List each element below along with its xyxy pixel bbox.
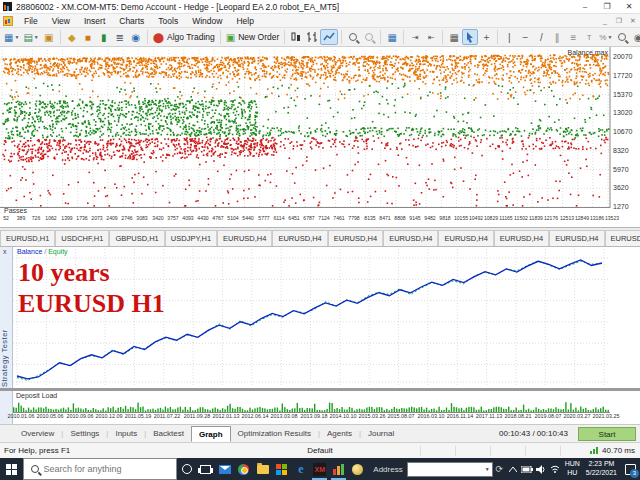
search-input[interactable] [44, 464, 177, 474]
symbol-tab[interactable]: GBPUSD,H1 [109, 230, 164, 246]
market-watch-button[interactable]: ■ [80, 29, 96, 45]
clock[interactable]: 2:23 PM5/22/2021 [583, 460, 620, 478]
trendline-tool[interactable]: / [533, 29, 549, 45]
tester-tab-graph[interactable]: Graph [191, 426, 231, 442]
chrome-icon[interactable] [234, 458, 253, 480]
tester-tab-journal[interactable]: Journal [361, 426, 401, 442]
grid-button[interactable]: ▦ [446, 29, 462, 45]
crosshair-tool-button[interactable]: ＋ [478, 29, 494, 45]
tester-close-icon[interactable]: x [3, 248, 7, 255]
chart-shift-button[interactable]: ⇥ [407, 29, 423, 45]
language-indicator[interactable]: HUNHU [562, 460, 583, 478]
mail-icon[interactable] [215, 458, 234, 480]
symbol-tab[interactable]: EURUSD,H1 [0, 230, 55, 246]
candlestick-chart-button[interactable] [288, 29, 304, 45]
tray-chevron-icon[interactable] [506, 458, 520, 480]
tester-tab-overview[interactable]: Overview [14, 426, 61, 442]
symbol-tab[interactable]: EURUSD,H4 [438, 230, 493, 246]
taskbar-search[interactable] [23, 458, 178, 480]
symbol-tab[interactable]: USDCHF,H1 [55, 230, 109, 246]
symbol-tab[interactable]: EURUSD,H4 [549, 230, 604, 246]
navigator-button[interactable]: ≣ [112, 29, 128, 45]
fibonacci-tool[interactable]: ≡ [565, 29, 581, 45]
new-order-button[interactable]: ▣New Order [224, 29, 282, 45]
store-icon[interactable] [272, 458, 291, 480]
windows-logo-icon [6, 464, 17, 475]
tile-windows-button[interactable]: ▦ [384, 29, 400, 45]
zoom-out-icon[interactable] [361, 29, 377, 45]
mql5-icon[interactable] [348, 458, 367, 480]
notification-center-icon[interactable]: 3 [620, 458, 640, 480]
profile-name: Default [307, 446, 332, 455]
task-view-icon[interactable] [196, 458, 215, 480]
start-button[interactable]: Start [578, 427, 636, 441]
edge-icon[interactable]: e [291, 458, 310, 480]
symbol-tab[interactable]: EURUSD,H4 [494, 230, 549, 246]
terminal-button[interactable]: ◉ [128, 29, 144, 45]
symbol-tab[interactable]: EURUSD,H4 [272, 230, 327, 246]
mt5-taskbar-icon[interactable] [329, 458, 348, 480]
scatter-xtick: 2746 [122, 215, 133, 221]
symbol-tab[interactable]: EURUSD,H4 [383, 230, 438, 246]
menu-file[interactable]: File [17, 14, 45, 28]
symbol-tab[interactable]: USDJPY,H1 [165, 230, 217, 246]
scatter-xtick: 8135 [364, 215, 375, 221]
date-label: 2010.01.06 [7, 413, 34, 419]
mdi-close-button[interactable]: ✕ [626, 17, 640, 25]
speaker-icon[interactable] [534, 458, 548, 480]
objects-dropdown[interactable]: %▼ [597, 29, 614, 45]
symbol-tab[interactable]: EURUSD,H4 [217, 230, 272, 246]
history-center-button[interactable]: ▣ [41, 29, 57, 45]
tester-tab-optimization-results[interactable]: Optimization Results [231, 426, 318, 442]
menu-charts[interactable]: Charts [112, 14, 151, 28]
symbol-tab[interactable]: EURUSD,H4 [328, 230, 383, 246]
menu-tools[interactable]: Tools [151, 14, 185, 28]
address-input[interactable] [408, 463, 480, 476]
deposit-load-chart[interactable]: Deposit Load [13, 391, 610, 413]
mdi-restore-button[interactable]: ❐ [612, 17, 626, 25]
channel-tool[interactable]: ∥ [549, 29, 565, 45]
data-window-button[interactable]: ▮ [96, 29, 112, 45]
address-dropdown-icon[interactable]: ▼ [485, 466, 492, 472]
battery-icon[interactable] [520, 458, 534, 480]
symbol-tab[interactable]: EURUSD,H4 [605, 230, 640, 246]
date-label: 2013.09.18 [300, 413, 327, 419]
tester-tab-agents[interactable]: Agents [320, 426, 359, 442]
search-icon[interactable] [614, 29, 630, 45]
balance-equity-chart[interactable]: Balance / Equity 10 years EURUSD H1 [13, 247, 610, 388]
ohlc-chart-button[interactable] [304, 29, 320, 45]
optimization-chart[interactable]: Balance max Passes 200701772015370130201… [0, 47, 640, 228]
notifications-icon[interactable]: ◉1 [630, 29, 640, 45]
scatter-xtick: 12849 [575, 215, 589, 221]
text-tool[interactable]: T [581, 29, 597, 45]
search-icon [31, 465, 39, 473]
auto-scroll-button[interactable]: ⇤ [423, 29, 439, 45]
zoom-in-icon[interactable] [345, 29, 361, 45]
symbols-button[interactable]: ◆ [64, 29, 80, 45]
start-menu-button[interactable] [0, 458, 23, 480]
horizontal-line-tool[interactable]: − [517, 29, 533, 45]
close-button[interactable]: ✕ [618, 0, 640, 13]
algo-trading-button[interactable]: ⬤Algo Trading [151, 29, 217, 45]
mdi-minimize-button[interactable]: _ [598, 17, 612, 25]
vertical-line-tool[interactable]: | [501, 29, 517, 45]
cortana-icon[interactable] [177, 458, 196, 480]
menu-insert[interactable]: Insert [77, 14, 112, 28]
profiles-button[interactable]: ▤▼ [21, 29, 40, 45]
minimize-button[interactable]: – [574, 0, 596, 13]
maximize-button[interactable]: ❐ [596, 0, 618, 13]
new-chart-button[interactable]: ▦▼ [2, 29, 21, 45]
menu-window[interactable]: Window [185, 14, 229, 28]
tester-tab-settings[interactable]: Settings [63, 426, 106, 442]
cursor-tool-button[interactable] [462, 29, 478, 45]
address-go-icon[interactable]: ⟳ [493, 462, 506, 477]
scatter-xtick: 10829 [484, 215, 498, 221]
menu-view[interactable]: View [45, 14, 77, 28]
network-icon[interactable] [548, 458, 562, 480]
xm-app-icon[interactable]: XM [310, 458, 329, 480]
menu-help[interactable]: Help [229, 14, 260, 28]
tester-tab-inputs[interactable]: Inputs [108, 426, 144, 442]
file-explorer-icon[interactable] [253, 458, 272, 480]
line-chart-button[interactable] [320, 29, 338, 45]
tester-tab-backtest[interactable]: Backtest [146, 426, 191, 442]
